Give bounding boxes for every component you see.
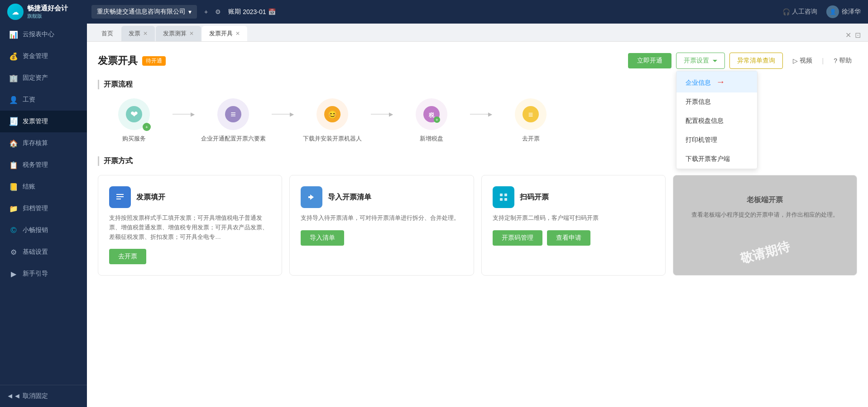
company-name: 重庆畅捷交通信息咨询有限公司 bbox=[97, 8, 186, 16]
expand-button[interactable]: ⊡ bbox=[855, 31, 861, 39]
sidebar-item-label: 新手引导 bbox=[23, 270, 48, 278]
method-cards: 发票填开 支持按照发票样式手工填开发票；可开具增值税电子普通发票、增值税普通发票… bbox=[98, 175, 857, 276]
fill-icon bbox=[109, 186, 131, 208]
sidebar-item-funds[interactable]: 💰 资金管理 bbox=[0, 45, 87, 67]
logo-text: 畅捷通好会计 bbox=[27, 4, 68, 13]
calendar-icon: 📅 bbox=[268, 8, 276, 15]
svg-rect-15 bbox=[116, 199, 121, 199]
assets-icon: 🏢 bbox=[9, 73, 18, 82]
tab-bar: 首页 发票 ✕ 发票测算 ✕ 发票开具 ✕ ✕ ⊡ bbox=[87, 24, 868, 42]
tab-close-invoice-calc[interactable]: ✕ bbox=[189, 30, 194, 37]
boss-desc: 查看老板端小程序提交的开票申请，并作出相应的处理。 bbox=[684, 210, 846, 220]
sidebar-item-guide[interactable]: ▶ 新手引导 bbox=[0, 263, 87, 285]
logo-area: ☁ 畅捷通好会计 旗舰版 bbox=[7, 4, 84, 20]
sidebar-item-label: 小畅报销 bbox=[23, 226, 48, 234]
reports-icon: 📊 bbox=[9, 30, 18, 39]
red-arrow-icon: → bbox=[716, 77, 725, 87]
sidebar-item-invoice[interactable]: 🧾 发票管理 bbox=[0, 111, 87, 132]
period-area[interactable]: 账期 2023-01 📅 bbox=[228, 8, 275, 16]
sidebar-item-reports[interactable]: 📊 云报表中心 bbox=[0, 24, 87, 45]
user-area[interactable]: 👤 徐泽华 bbox=[826, 5, 861, 18]
svg-rect-20 bbox=[500, 194, 503, 196]
svg-rect-18 bbox=[308, 196, 311, 198]
company-selector[interactable]: 重庆畅捷交通信息咨询有限公司 ▾ bbox=[91, 5, 197, 19]
status-badge: 待开通 bbox=[142, 56, 166, 66]
boss-title: 老板端开票 bbox=[684, 195, 846, 205]
activate-button[interactable]: 立即开通 bbox=[628, 53, 671, 68]
help-label: 人工咨询 bbox=[792, 8, 817, 16]
import-button[interactable]: 导入清单 bbox=[301, 230, 344, 246]
method-section: 开票方式 bbox=[98, 156, 857, 276]
period-value: 2023-01 bbox=[243, 8, 266, 15]
settings-dropdown: 企业信息 → 开票信息 配置税盘信息 打印机管理 下载开票客户端 bbox=[676, 71, 758, 169]
sidebar-item-tax[interactable]: 📋 税务管理 bbox=[0, 154, 87, 176]
step-icon-4: 税 + bbox=[416, 98, 447, 130]
scan-icon bbox=[493, 186, 514, 208]
sidebar: 📊 云报表中心 💰 资金管理 🏢 固定资产 👤 工资 🧾 发票管理 🏠 bbox=[0, 24, 87, 407]
company-dropdown-icon: ▾ bbox=[188, 8, 192, 15]
flow-step-label-1: 购买服务 bbox=[122, 135, 146, 143]
dropdown-item-printer[interactable]: 打印机管理 bbox=[676, 131, 757, 150]
help-button[interactable]: ? 帮助 bbox=[828, 53, 857, 68]
tab-close-invoice[interactable]: ✕ bbox=[143, 30, 148, 37]
report2-icon: © bbox=[9, 226, 18, 235]
scan-desc: 支持定制开票二维码，客户端可扫码开票 bbox=[493, 213, 654, 223]
flow-step-label-3: 下载并安装开票机器人 bbox=[303, 135, 362, 143]
sidebar-item-inventory[interactable]: 🏠 库存核算 bbox=[0, 132, 87, 154]
sidebar-item-payroll[interactable]: 👤 工资 bbox=[0, 89, 87, 111]
video-button[interactable]: ▷ 视频 bbox=[787, 53, 818, 68]
method-card-import: 导入开票清单 支持导入待开票清单，可对待开票清单进行拆分、合并处理。 导入清单 bbox=[289, 175, 474, 276]
fill-go-button[interactable]: 去开票 bbox=[109, 249, 146, 264]
view-apply-button[interactable]: 查看申请 bbox=[547, 230, 590, 246]
flow-step-label-2: 企业开通配置开票六要素 bbox=[201, 135, 266, 143]
dropdown-item-invoice-info[interactable]: 开票信息 bbox=[676, 92, 757, 111]
logo-icon: ☁ bbox=[7, 4, 24, 20]
topbar-right: 🎧 人工咨询 👤 徐泽华 bbox=[782, 5, 861, 18]
tab-invoice-calc[interactable]: 发票测算 ✕ bbox=[156, 26, 201, 41]
svg-rect-21 bbox=[504, 194, 507, 196]
exception-button[interactable]: 异常清单查询 bbox=[729, 53, 783, 69]
svg-text:😊: 😊 bbox=[327, 110, 338, 120]
main-area: 📊 云报表中心 💰 资金管理 🏢 固定资产 👤 工资 🧾 发票管理 🏠 bbox=[0, 24, 868, 407]
tab-close-invoice-open[interactable]: ✕ bbox=[235, 30, 240, 37]
svg-text:税: 税 bbox=[428, 112, 435, 118]
funds-icon: 💰 bbox=[9, 52, 18, 61]
app-container: ☁ 畅捷通好会计 旗舰版 重庆畅捷交通信息咨询有限公司 ▾ + ⚙ 账期 202… bbox=[0, 0, 868, 407]
plus-icon: + bbox=[204, 8, 208, 15]
sidebar-item-settings[interactable]: ⚙ 基础设置 bbox=[0, 241, 87, 263]
settings-button[interactable]: 开票设置 bbox=[676, 53, 725, 69]
sidebar-item-report2[interactable]: © 小畅报销 bbox=[0, 219, 87, 241]
flow-step-4: 税 + 新增税盘 bbox=[395, 98, 468, 143]
tab-invoice-open[interactable]: 发票开具 ✕ bbox=[202, 26, 247, 41]
page-header: 发票开具 待开通 立即开通 开票设置 bbox=[98, 53, 857, 69]
tab-home[interactable]: 首页 bbox=[94, 26, 120, 41]
flow-step-3: 😊 下载并安装开票机器人 bbox=[296, 98, 369, 143]
close-page-button[interactable]: ✕ bbox=[845, 31, 851, 39]
cancel-pin-icon: ◄◄ bbox=[9, 392, 18, 401]
dropdown-item-download[interactable]: 下载开票客户端 bbox=[676, 150, 757, 169]
topbar-settings-button[interactable]: ⚙ bbox=[215, 8, 221, 15]
sidebar-item-label: 固定资产 bbox=[23, 74, 48, 82]
sidebar-item-cancel-pin[interactable]: ◄◄ 取消固定 bbox=[0, 385, 87, 407]
dropdown-item-company[interactable]: 企业信息 → bbox=[676, 71, 757, 92]
add-tab-button[interactable]: + bbox=[204, 8, 208, 15]
help-button[interactable]: 🎧 人工咨询 bbox=[782, 8, 817, 16]
import-title: 导入开票清单 bbox=[328, 193, 371, 202]
dropdown-item-tax-config[interactable]: 配置税盘信息 bbox=[676, 111, 757, 131]
sidebar-item-label: 结账 bbox=[23, 183, 35, 191]
svg-rect-14 bbox=[116, 196, 124, 197]
sidebar-item-label: 工资 bbox=[23, 96, 35, 104]
flow-step-label-5: 去开票 bbox=[522, 135, 540, 143]
flow-step-5: ≡ 去开票 bbox=[494, 98, 567, 143]
sidebar-item-archive[interactable]: 📁 归档管理 bbox=[0, 198, 87, 219]
logo-sub: 旗舰版 bbox=[27, 13, 68, 19]
svg-rect-22 bbox=[500, 198, 503, 201]
qr-manage-button[interactable]: 开票码管理 bbox=[493, 230, 542, 246]
archive-icon: 📁 bbox=[9, 204, 18, 213]
sidebar-item-assets[interactable]: 🏢 固定资产 bbox=[0, 67, 87, 89]
svg-rect-19 bbox=[498, 192, 509, 203]
sidebar-item-label: 基础设置 bbox=[23, 248, 48, 256]
page-title: 发票开具 bbox=[98, 54, 138, 68]
tab-invoice[interactable]: 发票 ✕ bbox=[121, 26, 155, 41]
sidebar-item-closing[interactable]: 📒 结账 bbox=[0, 176, 87, 198]
